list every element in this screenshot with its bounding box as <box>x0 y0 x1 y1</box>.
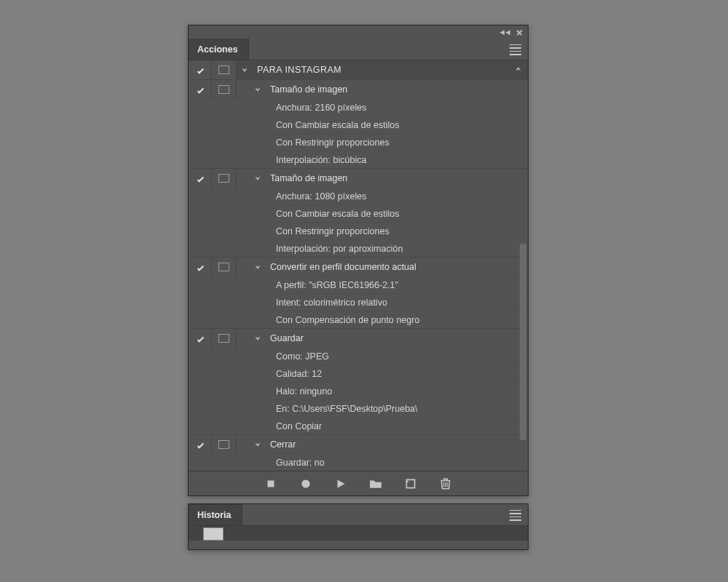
chevron-down-icon[interactable] <box>237 66 253 73</box>
play-icon[interactable] <box>334 477 347 490</box>
toggle-enabled-checkbox[interactable] <box>189 169 212 187</box>
panel-menu-icon[interactable] <box>507 509 523 522</box>
toggle-enabled-checkbox[interactable] <box>189 80 212 98</box>
action-detail-row: Con Restringir proporciones <box>237 222 528 239</box>
tab-history-label: Historia <box>197 510 232 520</box>
tab-actions[interactable]: Acciones <box>189 39 249 60</box>
panel-collapse-icon[interactable]: ◄◄ <box>498 28 513 36</box>
panel-menu-icon[interactable] <box>507 43 523 56</box>
action-step-row[interactable]: Tamaño de imagen <box>237 168 528 187</box>
record-icon[interactable] <box>299 477 312 490</box>
panel-close-icon[interactable] <box>515 28 523 36</box>
scrollbar-thumb[interactable] <box>520 244 526 440</box>
stop-icon[interactable] <box>264 477 277 490</box>
chevron-down-icon[interactable] <box>250 263 266 271</box>
action-detail-row: Con Cambiar escala de estilos <box>237 116 528 133</box>
toggle-enabled-checkbox[interactable] <box>189 60 212 79</box>
action-detail-row: Con Restringir proporciones <box>237 133 528 151</box>
action-set-label: PARA INSTAGRAM <box>253 65 341 75</box>
chevron-down-icon[interactable] <box>250 335 266 342</box>
new-action-icon[interactable] <box>404 477 417 490</box>
action-detail-row: En: C:\Users\FSF\Desktop\Prueba\ <box>237 399 528 417</box>
action-detail-row: Con Compensación de punto negro <box>237 311 528 328</box>
toggle-enabled-checkbox[interactable] <box>189 258 212 276</box>
action-step-label: Guardar <box>266 333 304 343</box>
tab-history[interactable]: Historia <box>189 504 242 525</box>
trash-icon[interactable] <box>439 477 452 490</box>
action-detail-row: Intent: colorimétrico relativo <box>237 293 528 311</box>
action-step-row[interactable]: Guardar <box>237 328 528 347</box>
history-thumbnail[interactable] <box>203 527 223 541</box>
action-step-label: Tamaño de imagen <box>266 173 347 183</box>
toggle-dialog-checkbox[interactable] <box>212 60 237 79</box>
action-detail-row: Guardar: no <box>237 453 528 471</box>
action-step-label: Convertir en perfil documento actual <box>266 262 416 272</box>
action-detail-row: Anchura: 1080 píxeles <box>237 187 528 204</box>
action-detail-row: Interpolación: bicúbica <box>237 151 528 168</box>
folder-icon[interactable] <box>369 477 382 490</box>
action-detail-row: Interpolación: por aproximación <box>237 239 528 257</box>
action-detail-row: A perfil: "sRGB IEC61966-2.1" <box>237 276 528 293</box>
action-detail-row: Halo: ninguno <box>237 382 528 399</box>
toggle-dialog-checkbox[interactable] <box>212 80 237 98</box>
action-detail-row: Como: JPEG <box>237 347 528 364</box>
action-step-row[interactable]: Convertir en perfil documento actual <box>237 257 528 276</box>
actions-footer <box>189 471 528 495</box>
action-detail-row: Calidad: 12 <box>237 364 528 382</box>
history-panel: Historia <box>188 503 529 550</box>
action-step-row[interactable]: Tamaño de imagen <box>237 79 528 98</box>
toggle-dialog-checkbox[interactable] <box>212 169 237 187</box>
action-detail-row: Con Copiar <box>237 417 528 434</box>
action-detail-row: Anchura: 2160 píxeles <box>237 98 528 116</box>
svg-rect-0 <box>268 480 274 487</box>
action-set-row[interactable]: PARA INSTAGRAM <box>237 60 528 79</box>
svg-point-1 <box>301 479 309 487</box>
chevron-down-icon[interactable] <box>250 441 266 448</box>
action-step-row[interactable]: Cerrar <box>237 434 528 453</box>
tab-actions-label: Acciones <box>197 44 238 55</box>
svg-marker-2 <box>338 479 345 487</box>
toggle-enabled-checkbox[interactable] <box>189 435 212 453</box>
action-step-label: Cerrar <box>266 439 296 450</box>
toggle-dialog-checkbox[interactable] <box>212 435 237 453</box>
chevron-up-icon[interactable] <box>515 65 522 75</box>
chevron-down-icon[interactable] <box>250 175 266 182</box>
action-detail-row: Con Cambiar escala de estilos <box>237 204 528 222</box>
actions-panel: ◄◄ Acciones PARA INSTAGRAMTamaño de imag… <box>188 25 529 496</box>
toggle-dialog-checkbox[interactable] <box>212 329 237 347</box>
action-step-label: Tamaño de imagen <box>266 84 347 95</box>
toggle-dialog-checkbox[interactable] <box>212 258 237 276</box>
chevron-down-icon[interactable] <box>250 86 266 93</box>
toggle-enabled-checkbox[interactable] <box>189 329 212 347</box>
